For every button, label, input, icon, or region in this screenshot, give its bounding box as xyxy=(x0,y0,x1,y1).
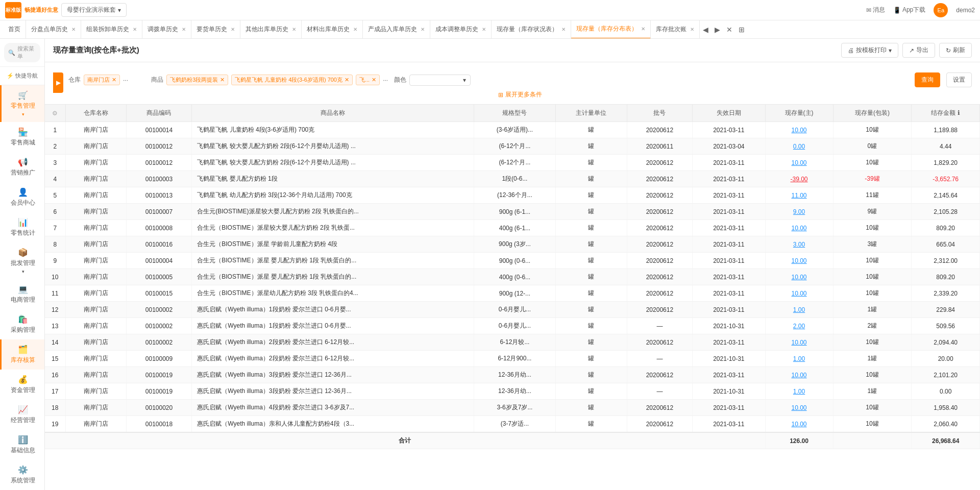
row-expire: 2021-03-11 xyxy=(693,253,765,269)
row-expire: 2021-03-11 xyxy=(693,220,765,236)
refresh-btn[interactable]: ↻ 刷新 xyxy=(939,43,972,58)
row-batch: 20200611 xyxy=(627,138,693,155)
table-row: 9 南岸门店 00100004 合生元（BIOSTIME）派星 婴儿配方奶粉 1… xyxy=(45,253,980,269)
row-no: 10 xyxy=(45,269,65,285)
tab-product-in[interactable]: 产成品入库单历史 ✕ xyxy=(363,20,430,39)
tab-material-out[interactable]: 材料出库单历史 ✕ xyxy=(302,20,363,39)
tab-stock-status[interactable]: 现存量（库存状况表） ✕ xyxy=(492,20,571,39)
tab-close-btn[interactable]: ✕ xyxy=(723,26,736,34)
more-tags-btn[interactable]: ··· xyxy=(123,77,128,84)
close-icon[interactable]: ✕ xyxy=(71,27,76,32)
tab-home[interactable]: 首页 xyxy=(3,20,26,39)
row-warehouse: 南岸门店 xyxy=(65,236,126,253)
row-qty-pkg: 11罐 xyxy=(833,187,912,204)
close-icon[interactable]: ✕ xyxy=(561,27,566,32)
table-row: 7 南岸门店 00100008 合生元（BIOSTIME）派星较大婴儿配方奶粉 … xyxy=(45,220,980,236)
close-icon[interactable]: ✕ xyxy=(182,27,186,32)
sidebar-item-label: 营销推广 xyxy=(11,168,35,177)
stats-icon: 📊 xyxy=(18,217,28,227)
row-amount: 2,339.20 xyxy=(912,285,980,302)
tab-cost-adj[interactable]: 成本调整单历史 ✕ xyxy=(430,20,492,39)
avatar[interactable]: Ea xyxy=(934,3,948,17)
tab-requisition[interactable]: 要货单历史 ✕ xyxy=(191,20,240,39)
tab-nav-left[interactable]: ◀ xyxy=(700,26,712,34)
search-menu-btn[interactable]: 🔍 搜索菜单 xyxy=(4,43,40,62)
export-btn[interactable]: ↗ 导出 xyxy=(902,43,935,58)
remove-tag-icon[interactable]: ✕ xyxy=(345,77,349,83)
row-warehouse: 南岸门店 xyxy=(65,285,126,302)
close-icon[interactable]: ✕ xyxy=(133,27,137,32)
row-expire: 2021-10-31 xyxy=(693,351,765,367)
username[interactable]: demo2 xyxy=(956,7,975,14)
expand-more-filters-btn[interactable]: ⊞ 展开更多条件 xyxy=(68,90,972,99)
quick-nav-btn[interactable]: ⚡ 快捷导航 xyxy=(0,69,44,83)
export-icon: ↗ xyxy=(909,47,914,54)
row-batch: 20200612 xyxy=(627,171,693,187)
query-btn[interactable]: 查询 xyxy=(915,72,940,87)
messages-btn[interactable]: ✉ 消息 xyxy=(866,6,885,14)
content-area: 现存量查询(按仓库+批次) 🖨 按模板打印 ▾ ↗ 导出 ↻ 刷新 xyxy=(45,39,980,490)
sidebar-item-finance[interactable]: 💰 资金管理 xyxy=(0,370,44,400)
tab-menu-btn[interactable]: ⊞ xyxy=(736,26,748,34)
row-no: 17 xyxy=(45,383,65,400)
tab-transfer[interactable]: 调拨单历史 ✕ xyxy=(142,20,191,39)
row-spec: 3-6岁及7岁... xyxy=(474,400,556,416)
sidebar-item-purchase[interactable]: 🛍️ 采购管理 xyxy=(0,309,44,339)
account-selector[interactable]: 母婴行业演示账套 ▾ xyxy=(61,3,127,17)
goods-tag-2: 飞鹤星飞帆 儿童奶粉 4段(3-6岁适用) 700克 ✕ xyxy=(231,75,353,85)
close-icon[interactable]: ✕ xyxy=(482,27,486,32)
close-icon[interactable]: ✕ xyxy=(421,27,425,32)
tab-nav-right[interactable]: ▶ xyxy=(712,26,723,34)
settings-icon[interactable]: ⚙ xyxy=(52,110,58,117)
sidebar-item-ecommerce[interactable]: 💻 电商管理 xyxy=(0,279,44,309)
close-icon[interactable]: ✕ xyxy=(292,27,296,32)
row-code: 00100016 xyxy=(126,236,192,253)
row-qty-pkg: 9罐 xyxy=(833,204,912,220)
app-download-btn[interactable]: 📱 App下载 xyxy=(893,6,925,14)
row-unit: 罐 xyxy=(555,204,627,220)
tab-inventory-history[interactable]: 分盘点单历史 ✕ xyxy=(26,20,81,39)
remove-tag-icon[interactable]: ✕ xyxy=(112,77,116,83)
sidebar-item-operations[interactable]: 📈 经营管理 xyxy=(0,400,44,430)
sidebar-item-zero-stats[interactable]: 📊 零售统计 xyxy=(0,212,44,242)
row-qty-main: 11.00 xyxy=(765,187,833,204)
close-icon[interactable]: ✕ xyxy=(231,27,235,32)
row-spec: 12-36月幼... xyxy=(474,367,556,383)
sidebar-item-basic[interactable]: ℹ️ 基础信息 xyxy=(0,430,44,460)
remove-tag-icon[interactable]: ✕ xyxy=(220,77,225,83)
sidebar-item-marketing[interactable]: 📢 营销推广 xyxy=(0,152,44,182)
sidebar-item-inventory[interactable]: 🗂️ 库存核算 xyxy=(0,339,44,370)
sidebar-item-wholesale[interactable]: 📦 批发管理 ▾ xyxy=(0,242,44,279)
more-goods-tags-btn[interactable]: ··· xyxy=(383,77,388,84)
info-icon: ℹ️ xyxy=(18,435,28,445)
row-warehouse: 南岸门店 xyxy=(65,138,126,155)
tab-other-out[interactable]: 其他出库单历史 ✕ xyxy=(240,20,302,39)
expand-filter-btn[interactable]: ▶ xyxy=(53,72,63,93)
settings-btn[interactable]: 设置 xyxy=(946,72,972,87)
tab-batch[interactable]: 库存批次账 ✕ xyxy=(651,20,700,39)
row-code: 00100013 xyxy=(126,187,192,204)
sidebar-item-member[interactable]: 👤 会员中心 xyxy=(0,182,44,212)
close-icon[interactable]: ✕ xyxy=(353,27,357,32)
remove-tag-icon[interactable]: ✕ xyxy=(372,77,376,83)
print-btn[interactable]: 🖨 按模板打印 ▾ xyxy=(841,43,898,58)
color-dropdown[interactable]: ▾ xyxy=(409,75,471,86)
row-qty-main: 10.00 xyxy=(765,334,833,351)
filter-color: 颜色 ▾ xyxy=(394,75,471,86)
sidebar-item-zero-shop[interactable]: 🏪 零售商城 xyxy=(0,122,44,152)
close-icon[interactable]: ✕ xyxy=(641,26,645,32)
tab-stock-dist[interactable]: 现存量（库存分布表） ✕ xyxy=(571,20,651,39)
row-name: 惠氏启赋（Wyeth illuma）2段奶粉 爱尔兰进口 6-12月较... xyxy=(192,351,474,367)
close-icon[interactable]: ✕ xyxy=(690,27,694,32)
row-batch: — xyxy=(627,318,693,334)
logo-icon: 标准版 xyxy=(5,2,21,18)
tab-assembly[interactable]: 组装拆卸单历史 ✕ xyxy=(81,20,142,39)
table-row: 8 南岸门店 00100016 合生元（BIOSTIME）派星 学龄前儿童配方奶… xyxy=(45,236,980,253)
row-batch: 20200612 xyxy=(627,367,693,383)
row-name: 飞鹤星飞帆 儿童奶粉 4段(3-6岁适用) 700克 xyxy=(192,122,474,138)
row-qty-main: 10.00 xyxy=(765,416,833,433)
sidebar-item-zero-retail[interactable]: 🛒 零售管理 ▾ xyxy=(0,85,44,122)
row-spec: 900g (3岁... xyxy=(474,236,556,253)
sidebar-item-system[interactable]: ⚙️ 系统管理 xyxy=(0,460,44,490)
tab-label: 现存量（库存分布表） xyxy=(576,24,638,33)
